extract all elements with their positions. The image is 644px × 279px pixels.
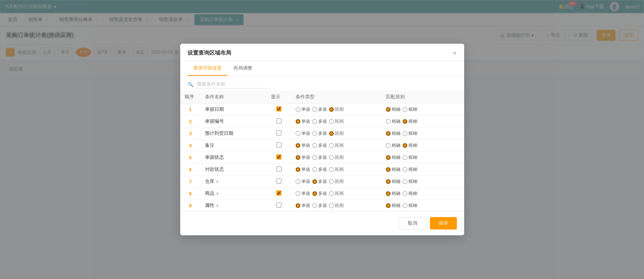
dialog-header: 设置查询区域布局 ×: [180, 44, 464, 61]
tab-layout-adjust[interactable]: 布局调整: [228, 61, 258, 76]
dialog-overlay: 设置查询区域布局 × 查询字段设置 布局调整 🔍 顺序 条件名称 显示 条件类型: [0, 0, 644, 79]
settings-dialog: 设置查询区域布局 × 查询字段设置 布局调整 🔍 顺序 条件名称 显示 条件类型: [180, 44, 464, 79]
tab-query-field-settings[interactable]: 查询字段设置: [187, 61, 228, 76]
search-wrap: 🔍: [180, 76, 464, 79]
dialog-title: 设置查询区域布局: [187, 50, 231, 56]
dialog-close-button[interactable]: ×: [453, 50, 457, 56]
dialog-tab-bar: 查询字段设置 布局调整: [180, 61, 464, 76]
